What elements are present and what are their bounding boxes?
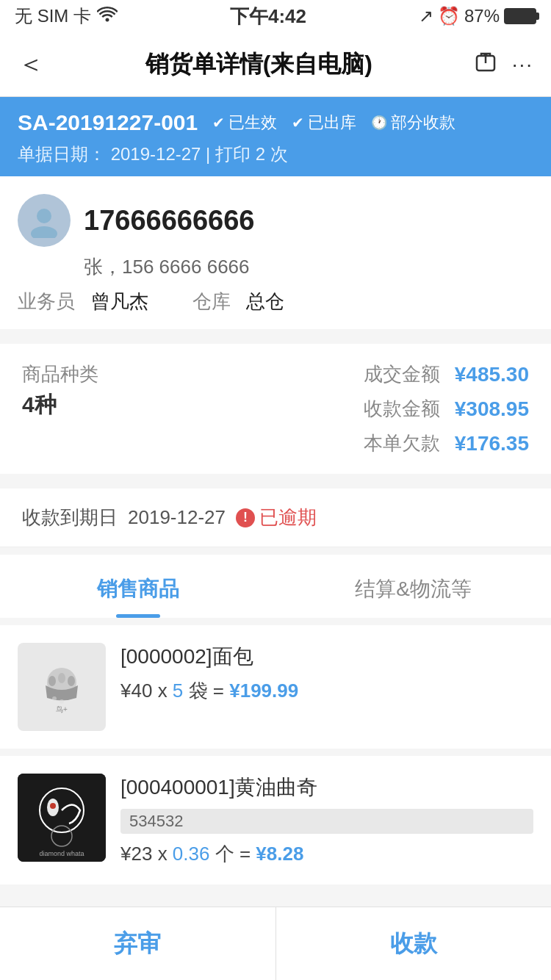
clock-icon: 🕐: [371, 115, 387, 131]
product-thumb-1: 鸟+: [18, 643, 106, 731]
customer-meta: 业务员 曾凡杰 仓库 总仓: [18, 289, 533, 314]
nav-bar: ＜ 销货单详情(来自电脑) ···: [0, 32, 551, 97]
salesperson-meta: 业务员 曾凡杰: [18, 289, 148, 314]
svg-text:鸟+: 鸟+: [56, 705, 68, 713]
share-button[interactable]: [474, 50, 497, 79]
status-partial-payment: 🕐 部分收款: [371, 112, 455, 134]
collect-payment-button[interactable]: 收款: [276, 907, 552, 980]
tab-settlement-logistics[interactable]: 结算&物流等: [276, 555, 551, 618]
status-shipped: ✔ 已出库: [292, 112, 356, 134]
svg-point-5: [58, 673, 65, 683]
product-info-2: [000400001]黄油曲奇 534532 ¥23 x 0.36 个 = ¥8…: [120, 774, 533, 867]
customer-header: 17666666666: [18, 194, 533, 247]
overdue-dot-icon: !: [236, 508, 255, 527]
separator-3: [0, 547, 551, 555]
status-bar: 无 SIM 卡 下午4:42 ↗ ⏰ 87%: [0, 0, 551, 32]
product-tabs: 销售商品 结算&物流等: [0, 555, 551, 618]
status-left: 无 SIM 卡: [15, 4, 118, 28]
abandon-review-button[interactable]: 弃审: [0, 907, 276, 980]
svg-text:diamond whata: diamond whata: [39, 850, 84, 857]
order-header-band: SA-20191227-001 ✔ 已生效 ✔ 已出库 🕐 部分收款 单据日期：…: [0, 97, 551, 176]
debt-amount-row: 本单欠款 ¥176.35: [364, 430, 529, 456]
product-name-2: [000400001]黄油曲奇: [120, 774, 533, 801]
product-item-1: 鸟+ [0000002]面包 ¥40 x 5 袋 = ¥199.99: [0, 625, 551, 749]
warehouse-meta: 仓库 总仓: [192, 289, 285, 314]
product-info-1: [0000002]面包 ¥40 x 5 袋 = ¥199.99: [120, 643, 533, 704]
check-icon: ✔: [212, 114, 225, 131]
overdue-text: 已逾期: [259, 505, 317, 530]
check-icon-2: ✔: [292, 114, 304, 131]
status-active: ✔ 已生效: [212, 112, 277, 134]
due-date-label: 收款到期日: [22, 505, 118, 530]
product-name-1: [0000002]面包: [120, 643, 533, 671]
time-display: 下午4:42: [230, 4, 306, 29]
customer-sub-info: 张，156 6666 6666: [84, 254, 533, 280]
deal-amount-row: 成交金额 ¥485.30: [364, 361, 529, 387]
more-button[interactable]: ···: [512, 53, 533, 76]
summary-right: 成交金额 ¥485.30 收款金额 ¥308.95 本单欠款 ¥176.35: [364, 361, 529, 456]
type-count: 4种: [22, 390, 98, 420]
order-id: SA-20191227-001: [18, 110, 198, 135]
page-title: 销货单详情(来自电脑): [145, 48, 372, 81]
svg-point-4: [48, 676, 56, 686]
svg-point-2: [31, 226, 57, 238]
back-button[interactable]: ＜: [18, 46, 44, 82]
product-item-2: diamond whata [000400001]黄油曲奇 534532 ¥23…: [0, 756, 551, 884]
due-date-value: 2019-12-27: [128, 506, 226, 529]
bottom-bar: 弃审 收款: [0, 907, 551, 980]
order-date-row: 单据日期： 2019-12-27 | 打印 2 次: [18, 143, 533, 166]
order-summary: 商品种类 4种 成交金额 ¥485.30 收款金额 ¥308.95 本单欠款 ¥…: [0, 344, 551, 474]
nav-actions: ···: [474, 50, 533, 79]
svg-point-8: [60, 699, 64, 704]
status-right: ↗ ⏰ 87%: [419, 6, 536, 26]
svg-point-13: [50, 803, 56, 809]
summary-left: 商品种类 4种: [22, 361, 98, 420]
battery-icon: [504, 8, 536, 24]
svg-point-6: [68, 676, 75, 686]
customer-section: 17666666666 张，156 6666 6666 业务员 曾凡杰 仓库 总…: [0, 176, 551, 329]
avatar: [18, 194, 71, 247]
product-list: 鸟+ [0000002]面包 ¥40 x 5 袋 = ¥199.99: [0, 625, 551, 884]
product-tag-2: 534532: [120, 809, 533, 834]
separator-1: [0, 336, 551, 344]
svg-point-7: [52, 696, 57, 701]
carrier-text: 无 SIM 卡: [15, 4, 91, 28]
wifi-icon: [97, 6, 118, 26]
due-date-section: 收款到期日 2019-12-27 ! 已逾期: [0, 489, 551, 547]
battery-percent: 87%: [464, 6, 500, 26]
received-amount-row: 收款金额 ¥308.95: [364, 396, 529, 422]
location-icon: ↗: [419, 6, 433, 26]
product-thumb-2: diamond whata: [18, 774, 106, 862]
overdue-badge: ! 已逾期: [236, 505, 317, 530]
svg-point-1: [37, 209, 51, 223]
tab-sales-products[interactable]: 销售商品: [0, 555, 276, 618]
product-price-1: ¥40 x 5 袋 = ¥199.99: [120, 678, 533, 704]
type-label: 商品种类: [22, 361, 98, 387]
separator-2: [0, 481, 551, 489]
product-price-2: ¥23 x 0.36 个 = ¥8.28: [120, 841, 533, 867]
alarm-icon: ⏰: [438, 6, 460, 26]
svg-rect-10: [18, 774, 106, 862]
customer-phone: 17666666666: [84, 205, 254, 237]
